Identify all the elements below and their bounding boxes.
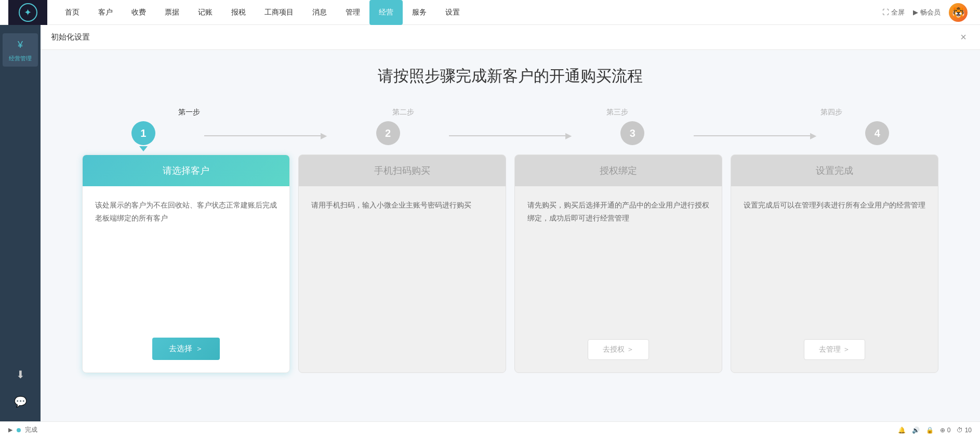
status-bar: ▶ 完成 🔔 🔊 🔒 ⊕ 0 ⏱ 10 <box>0 421 980 438</box>
card-step1: 请选择客户 该处展示的客户为不在回收站、客户状态正常建账后完成老板端绑定的所有客… <box>82 154 290 373</box>
go-select-button[interactable]: 去选择 ＞ <box>152 338 220 360</box>
nav-items: 首页 客户 收费 票据 记账 报税 工商项目 消息 管理 经营 服务 设置 <box>47 0 882 25</box>
card3-title: 授权绑定 <box>515 155 722 186</box>
card4-title: 设置完成 <box>731 155 938 186</box>
lock-icon[interactable]: 🔒 <box>926 427 934 434</box>
sidebar-item-label: 经营管理 <box>9 55 32 62</box>
add-count: ⊕ 0 <box>940 427 950 434</box>
volume-icon[interactable]: 🔊 <box>912 427 920 434</box>
go-manage-button[interactable]: 去管理 ＞ <box>804 339 865 360</box>
card4-body: 设置完成后可以在管理列表进行所有企业用户的经营管理 <box>731 186 938 331</box>
card4-footer: 去管理 ＞ <box>731 331 938 372</box>
nav-item-tax[interactable]: 报税 <box>222 0 255 25</box>
card-step3: 授权绑定 请先购买，购买后选择开通的产品中的企业用户进行授权绑定，成功后即可进行… <box>514 154 722 373</box>
nav-item-message[interactable]: 消息 <box>303 0 336 25</box>
card-step2: 手机扫码购买 请用手机扫码，输入小微企业主账号密码进行购买 <box>298 154 506 373</box>
card1-body: 该处展示的客户为不在回收站、客户状态正常建账后完成老板端绑定的所有客户 <box>83 186 289 329</box>
card2-title: 手机扫码购买 <box>299 155 506 186</box>
nav-item-fee[interactable]: 收费 <box>122 0 155 25</box>
nav-item-customer[interactable]: 客户 <box>89 0 122 25</box>
status-text: 完成 <box>25 426 37 434</box>
vip-label: 畅会员 <box>920 8 941 17</box>
page-title: 初始化设置 <box>51 32 90 42</box>
step2-circle: 2 <box>376 121 400 145</box>
arrow-right-icon: ＞ <box>195 344 203 354</box>
fullscreen-btn[interactable]: ⛶ 全屏 <box>882 8 905 17</box>
manage-arrow-icon: ＞ <box>843 345 850 354</box>
page-header: 初始化设置 × <box>41 25 980 50</box>
nav-item-bill[interactable]: 票据 <box>155 0 189 25</box>
notification-icon[interactable]: 🔔 <box>898 427 906 434</box>
card2-body: 请用手机扫码，输入小微企业主账号密码进行购买 <box>299 186 506 352</box>
main-title: 请按照步骤完成新客户的开通购买流程 <box>378 66 643 87</box>
nav-right: ⛶ 全屏 ▶ 畅会员 🐯 <box>882 3 972 22</box>
step3-circle: 3 <box>620 121 644 145</box>
page-content: 请按照步骤完成新客户的开通购买流程 第一步 第二步 第三步 第四步 <box>41 50 980 389</box>
main-area: 初始化设置 × 请按照步骤完成新客户的开通购买流程 第一步 第二步 第三步 <box>41 25 980 421</box>
authorize-arrow-icon: ＞ <box>627 345 634 354</box>
yen-icon: ¥ <box>13 38 28 53</box>
card3-footer: 去授权 ＞ <box>515 331 722 372</box>
go-authorize-button[interactable]: 去授权 ＞ <box>588 339 649 360</box>
vip-btn[interactable]: ▶ 畅会员 <box>913 8 941 17</box>
top-nav: ✦ 首页 客户 收费 票据 记账 报税 工商项目 消息 管理 经营 服务 设置 … <box>0 0 980 25</box>
logo: ✦ <box>8 0 47 25</box>
step3-bubble-wrapper: 3 <box>620 121 644 145</box>
step2-label: 第二步 <box>392 108 414 117</box>
fullscreen-icon: ⛶ <box>882 8 889 16</box>
go-authorize-label: 去授权 <box>603 345 625 354</box>
card-step4: 设置完成 设置完成后可以在管理列表进行所有企业用户的经营管理 去管理 ＞ <box>731 154 938 373</box>
avatar[interactable]: 🐯 <box>949 3 968 22</box>
video-icon: ▶ <box>913 8 918 16</box>
card2-footer <box>299 352 506 372</box>
chat-icon[interactable]: 💬 <box>9 390 32 413</box>
card1-footer: 去选择 ＞ <box>83 329 289 372</box>
go-select-label: 去选择 <box>169 344 192 354</box>
step1-pointer <box>139 146 148 151</box>
timer: ⏱ 10 <box>957 427 972 434</box>
step1-label: 第一步 <box>178 108 200 117</box>
nav-item-manage[interactable]: 管理 <box>336 0 369 25</box>
close-button[interactable]: × <box>957 31 970 44</box>
status-dot <box>17 428 21 432</box>
nav-item-home[interactable]: 首页 <box>56 0 89 25</box>
nav-item-account[interactable]: 记账 <box>189 0 222 25</box>
sidebar: ¥ 经营管理 ⬇ 💬 <box>0 25 41 421</box>
step4-circle: 4 <box>865 121 889 145</box>
status-bar-left: ▶ 完成 <box>8 426 37 434</box>
logo-icon: ✦ <box>19 3 37 22</box>
step2-bubble-wrapper: 2 <box>376 121 400 145</box>
step4-bubble-wrapper: 4 <box>865 121 889 145</box>
step1-bubble-wrapper: 1 <box>131 121 155 151</box>
card3-body: 请先购买，购买后选择开通的产品中的企业用户进行授权绑定，成功后即可进行经营管理 <box>515 186 722 331</box>
fullscreen-label: 全屏 <box>891 8 905 17</box>
step3-label: 第三步 <box>606 108 628 117</box>
status-bar-right: 🔔 🔊 🔒 ⊕ 0 ⏱ 10 <box>898 427 972 434</box>
step1-circle: 1 <box>131 121 155 145</box>
card1-title: 请选择客户 <box>83 155 289 186</box>
sidebar-item-operation[interactable]: ¥ 经营管理 <box>3 33 38 67</box>
nav-item-service[interactable]: 服务 <box>403 0 436 25</box>
go-manage-label: 去管理 <box>819 345 841 354</box>
nav-item-industry[interactable]: 工商项目 <box>255 0 303 25</box>
nav-item-settings[interactable]: 设置 <box>436 0 469 25</box>
step4-label: 第四步 <box>820 108 842 117</box>
cards-row: 请选择客户 该处展示的客户为不在回收站、客户状态正常建账后完成老板端绑定的所有客… <box>82 154 938 373</box>
play-icon[interactable]: ▶ <box>8 427 12 433</box>
nav-item-operation[interactable]: 经营 <box>369 0 403 25</box>
download-icon[interactable]: ⬇ <box>9 363 32 386</box>
sidebar-bottom: ⬇ 💬 <box>9 363 32 421</box>
